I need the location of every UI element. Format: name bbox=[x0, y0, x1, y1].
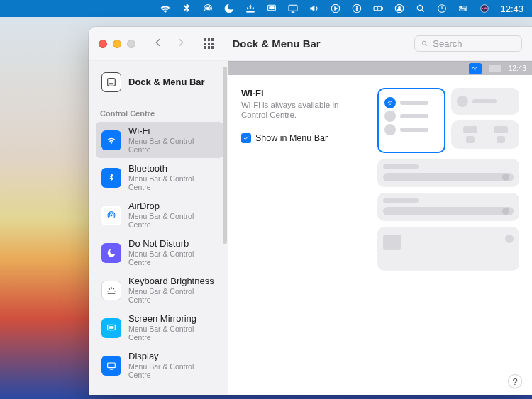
do-not-disturb-icon[interactable] bbox=[223, 3, 235, 14]
preview-wifi-highlight bbox=[469, 63, 482, 74]
display-icon[interactable] bbox=[287, 3, 299, 14]
sidebar-item-wifi[interactable]: Wi-Fi Menu Bar & Control Centre bbox=[96, 122, 223, 158]
svg-rect-2 bbox=[270, 6, 275, 9]
svg-rect-7 bbox=[382, 8, 383, 10]
sidebar-item-subtitle: Menu Bar & Control Centre bbox=[128, 249, 218, 266]
sidebar-item-label: Bluetooth bbox=[128, 164, 218, 174]
siri-icon[interactable] bbox=[479, 3, 490, 14]
cc-wifi-icon bbox=[384, 97, 396, 108]
nav-controls bbox=[153, 37, 187, 51]
titlebar: Dock & Menu Bar bbox=[89, 27, 532, 61]
display-icon bbox=[101, 356, 121, 376]
sidebar-item-subtitle: Menu Bar & Control Centre bbox=[128, 287, 218, 304]
cc-tile-connectivity bbox=[377, 88, 445, 153]
svg-rect-22 bbox=[109, 326, 114, 328]
sidebar-item-label: Screen Mirroring bbox=[128, 314, 218, 325]
sidebar-section-label: Control Centre bbox=[100, 109, 219, 118]
sidebar-item-subtitle: Menu Bar & Control Centre bbox=[128, 362, 218, 379]
sidebar-item-bluetooth[interactable]: Bluetooth Menu Bar & Control Centre bbox=[96, 159, 223, 196]
user-icon[interactable] bbox=[394, 3, 405, 14]
sidebar-item-subtitle: Menu Bar & Control Centre bbox=[128, 212, 218, 229]
svg-rect-3 bbox=[289, 5, 297, 11]
back-button[interactable] bbox=[153, 37, 164, 51]
show-all-button[interactable] bbox=[204, 38, 214, 49]
svg-point-10 bbox=[418, 5, 423, 10]
sidebar-item-subtitle: Menu Bar & Control Centre bbox=[128, 137, 218, 154]
checkbox-icon bbox=[241, 133, 251, 143]
zoom-button[interactable] bbox=[127, 40, 135, 48]
sidebar: Dock & Menu Bar Control Centre Wi-Fi Men… bbox=[89, 61, 228, 395]
keyboard-brightness-icon[interactable] bbox=[245, 3, 256, 14]
sidebar-item-label: Do Not Disturb bbox=[128, 239, 218, 249]
window-controls bbox=[99, 40, 135, 48]
detail-description: Wi-Fi is always available in Control Cen… bbox=[241, 100, 365, 120]
info-icon[interactable] bbox=[351, 3, 362, 14]
volume-icon[interactable] bbox=[309, 3, 320, 14]
cc-tile-placeholder bbox=[451, 88, 519, 115]
sidebar-item-label: AirDrop bbox=[128, 201, 218, 212]
wifi-icon[interactable] bbox=[160, 3, 171, 14]
svg-point-13 bbox=[461, 6, 462, 8]
control-centre-preview bbox=[377, 88, 519, 271]
airdrop-icon[interactable] bbox=[202, 3, 214, 14]
macos-menubar: 12:43 bbox=[0, 0, 532, 17]
keyboard-brightness-icon bbox=[101, 281, 121, 300]
play-icon[interactable] bbox=[330, 3, 341, 14]
sidebar-item-label: Dock & Menu Bar bbox=[128, 77, 205, 88]
airdrop-icon bbox=[101, 206, 121, 225]
svg-rect-19 bbox=[109, 83, 114, 84]
help-button[interactable]: ? bbox=[508, 374, 522, 388]
svg-rect-18 bbox=[108, 79, 116, 86]
cc-tile-now-playing bbox=[377, 227, 519, 271]
do-not-disturb-icon bbox=[101, 243, 121, 263]
bluetooth-icon[interactable] bbox=[181, 3, 192, 14]
spotlight-icon[interactable] bbox=[415, 3, 426, 14]
sidebar-item-subtitle: Menu Bar & Control Centre bbox=[128, 325, 218, 342]
control-centre-icon[interactable] bbox=[458, 3, 469, 14]
sidebar-scrollbar[interactable] bbox=[223, 67, 227, 244]
preview-menubar: 12:43 bbox=[228, 61, 532, 75]
show-in-menubar-checkbox[interactable]: Show in Menu Bar bbox=[241, 133, 365, 143]
dock-menubar-icon bbox=[101, 72, 121, 92]
sidebar-item-display[interactable]: Display Menu Bar & Control Centre bbox=[96, 347, 223, 383]
svg-rect-23 bbox=[108, 363, 116, 368]
sidebar-item-do-not-disturb[interactable]: Do Not Disturb Menu Bar & Control Centre bbox=[96, 235, 223, 271]
sidebar-item-label: Keyboard Brightness bbox=[128, 276, 218, 287]
bluetooth-icon bbox=[101, 168, 121, 188]
sidebar-item-label: Display bbox=[128, 352, 218, 362]
close-button[interactable] bbox=[99, 40, 107, 48]
content: Dock & Menu Bar Control Centre Wi-Fi Men… bbox=[89, 61, 532, 395]
svg-point-17 bbox=[422, 41, 426, 45]
menubar-clock: 12:43 bbox=[500, 4, 523, 14]
sidebar-item-subtitle: Menu Bar & Control Centre bbox=[128, 174, 218, 191]
preview-battery-icon bbox=[489, 65, 501, 72]
sidebar-item-airdrop[interactable]: AirDrop Menu Bar & Control Centre bbox=[96, 197, 223, 233]
sidebar-item-keyboard-brightness[interactable]: Keyboard Brightness Menu Bar & Control C… bbox=[96, 272, 223, 308]
sidebar-item-screen-mirroring[interactable]: Screen Mirroring Menu Bar & Control Cent… bbox=[96, 310, 223, 346]
detail-title: Wi-Fi bbox=[241, 88, 365, 99]
cc-tile-placeholder bbox=[451, 120, 519, 149]
svg-point-20 bbox=[111, 214, 113, 216]
preview-clock: 12:43 bbox=[509, 64, 526, 72]
battery-icon[interactable] bbox=[372, 3, 384, 14]
detail-pane: 12:43 Wi-Fi Wi-Fi is always available in… bbox=[228, 61, 532, 395]
svg-point-15 bbox=[465, 9, 466, 11]
system-preferences-window: Dock & Menu Bar Dock & Menu Bar Control … bbox=[89, 27, 532, 395]
clock-icon[interactable] bbox=[436, 3, 448, 14]
sidebar-item-label: Wi-Fi bbox=[128, 126, 218, 137]
checkbox-label: Show in Menu Bar bbox=[255, 133, 328, 143]
sidebar-item-dock-menubar[interactable]: Dock & Menu Bar bbox=[96, 68, 223, 96]
screen-mirroring-icon bbox=[101, 318, 121, 338]
forward-button[interactable] bbox=[175, 37, 187, 51]
window-title: Dock & Menu Bar bbox=[233, 38, 321, 50]
wifi-icon bbox=[101, 130, 121, 150]
minimize-button[interactable] bbox=[113, 40, 121, 48]
search-field[interactable] bbox=[414, 35, 522, 52]
screen-mirroring-icon[interactable] bbox=[266, 3, 277, 14]
cc-tile-slider bbox=[377, 193, 519, 221]
svg-point-0 bbox=[206, 7, 209, 10]
search-input[interactable] bbox=[433, 38, 516, 49]
cc-tile-slider bbox=[377, 159, 519, 187]
